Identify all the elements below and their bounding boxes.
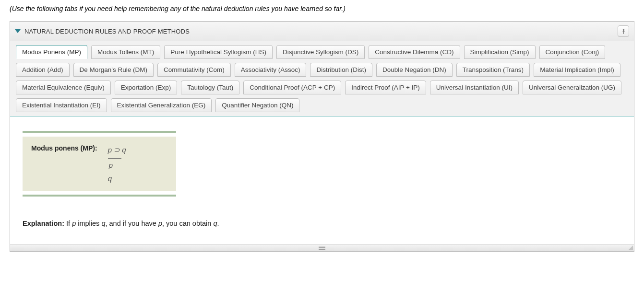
resize-grip-icon — [319, 246, 325, 250]
instructions-text: (Use the following tabs if you need help… — [10, 5, 634, 12]
rule-premise-1: p ⊃ q — [108, 143, 126, 157]
explanation-var3: p — [158, 220, 162, 227]
explanation-t2: implies — [76, 220, 101, 227]
rule-name: Modus ponens (MP): — [31, 143, 97, 152]
disclosure-triangle-icon[interactable] — [15, 29, 21, 33]
explanation-t1: If — [64, 220, 72, 227]
tab-indirect-proof-aip-ip-[interactable]: Indirect Proof (AIP + IP) — [345, 81, 426, 94]
tab-disjunctive-syllogism-ds-[interactable]: Disjunctive Syllogism (DS) — [276, 45, 365, 59]
tab-quantifier-negation-qn-[interactable]: Quantifier Negation (QN) — [215, 98, 299, 112]
panel-header-left: NATURAL DEDUCTION RULES AND PROOF METHOD… — [15, 28, 190, 35]
tab-universal-instantiation-ui-[interactable]: Universal Instantiation (UI) — [430, 81, 519, 94]
tab-associativity-assoc-[interactable]: Associativity (Assoc) — [235, 63, 307, 77]
explanation-t5: . — [217, 220, 219, 227]
rule-premise-2: p — [108, 158, 121, 173]
tab-conjunction-conj-[interactable]: Conjunction (Conj) — [539, 45, 606, 59]
rule-conclusion: q — [108, 172, 126, 186]
rules-panel: NATURAL DEDUCTION RULES AND PROOF METHOD… — [10, 21, 634, 252]
resize-bar[interactable] — [10, 244, 634, 251]
tab-simplification-simp-[interactable]: Simplification (Simp) — [464, 45, 536, 59]
tab-transposition-trans-[interactable]: Transposition (Trans) — [456, 63, 530, 77]
tab-tautology-taut-[interactable]: Tautology (Taut) — [181, 81, 239, 94]
tab-double-negation-dn-[interactable]: Double Negation (DN) — [376, 63, 453, 77]
tab-content: Modus ponens (MP): p ⊃ q p q Explanation… — [10, 116, 634, 244]
tab-distribution-dist-[interactable]: Distribution (Dist) — [310, 63, 372, 77]
explanation-var4: q — [213, 220, 217, 227]
tabs-area: Modus Ponens (MP)Modus Tollens (MT)Pure … — [10, 41, 634, 116]
tab-conditional-proof-acp-cp-[interactable]: Conditional Proof (ACP + CP) — [243, 81, 341, 94]
rule-body: p ⊃ q p q — [108, 143, 126, 186]
tab-constructive-dilemma-cd-[interactable]: Constructive Dilemma (CD) — [369, 45, 460, 59]
pin-icon — [620, 28, 627, 35]
pin-button[interactable] — [618, 25, 629, 37]
tab-universal-generalization-ug-[interactable]: Universal Generalization (UG) — [523, 81, 621, 94]
tab-modus-tollens-mt-[interactable]: Modus Tollens (MT) — [91, 45, 160, 59]
explanation: Explanation: If p implies q, and if you … — [23, 220, 621, 227]
tab-existential-generalization-eg-[interactable]: Existential Generalization (EG) — [111, 98, 212, 112]
tab-de-morgan-s-rule-dm-[interactable]: De Morgan's Rule (DM) — [73, 63, 154, 77]
tab-commutativity-com-[interactable]: Commutativity (Com) — [157, 63, 231, 77]
tab-addition-add-[interactable]: Addition (Add) — [16, 63, 70, 77]
rule-wrapper: Modus ponens (MP): p ⊃ q p q — [23, 131, 176, 197]
panel-header: NATURAL DEDUCTION RULES AND PROOF METHOD… — [10, 22, 634, 41]
explanation-var1: p — [72, 220, 76, 227]
tab-material-equivalence-equiv-[interactable]: Material Equivalence (Equiv) — [16, 81, 111, 94]
tab-existential-instantiation-ei-[interactable]: Existential Instantiation (EI) — [16, 98, 107, 112]
explanation-t3: , and if you have — [105, 220, 158, 227]
tabs-row: Modus Ponens (MP)Modus Tollens (MT)Pure … — [16, 45, 628, 112]
tab-exportation-exp-[interactable]: Exportation (Exp) — [115, 81, 177, 94]
resize-corner-icon — [628, 245, 633, 250]
explanation-label: Explanation: — [23, 220, 64, 227]
panel-title: NATURAL DEDUCTION RULES AND PROOF METHOD… — [24, 28, 190, 35]
explanation-t4: , you can obtain — [162, 220, 213, 227]
tab-pure-hypothetical-syllogism-hs-[interactable]: Pure Hypothetical Syllogism (HS) — [164, 45, 273, 59]
rule-box: Modus ponens (MP): p ⊃ q p q — [23, 137, 176, 191]
tab-modus-ponens-mp-[interactable]: Modus Ponens (MP) — [16, 45, 87, 59]
tab-material-implication-impl-[interactable]: Material Implication (Impl) — [534, 63, 620, 77]
